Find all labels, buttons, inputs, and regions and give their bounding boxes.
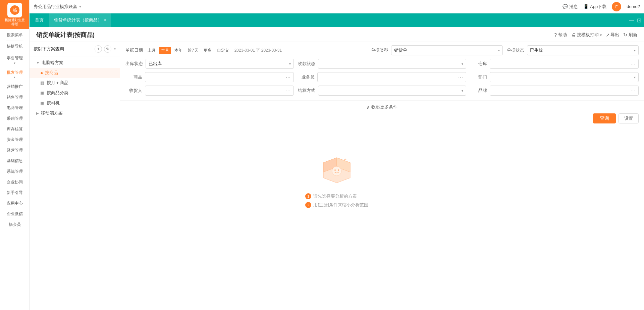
tab-minimize-icon[interactable]: — xyxy=(629,17,634,23)
goods-field: 商品 ··· xyxy=(125,72,294,82)
filter-row-3: 商品 ··· 业务员 ··· xyxy=(125,72,639,82)
period-7days[interactable]: 近7天 xyxy=(186,47,200,54)
sidebar-item-guide[interactable]: 新手引导 xyxy=(0,188,29,198)
warehouse-dots-icon: ··· xyxy=(631,61,636,66)
collect-status-label: 收款状态 xyxy=(298,61,315,67)
payment-label: 结算方式 xyxy=(298,88,315,94)
scheme-item-by-month-goods[interactable]: ▦ 按月＋商品 xyxy=(30,78,120,88)
scheme-item-by-goods[interactable]: ● 按商品 xyxy=(30,68,120,78)
help-label: 帮助 xyxy=(558,32,567,38)
logo-area[interactable]: 畅 畅捷通好生意 标版 xyxy=(0,0,29,29)
industry-selector[interactable]: 办公用品行业模拟账套 ▼ xyxy=(34,4,82,10)
page-inner: 销货单统计表(按商品) ? 帮助 🖨 按模板打印 ▾ ↗ 导出 xyxy=(30,27,644,310)
order-type-select[interactable]: 销货单 ▾ xyxy=(391,45,503,55)
sidebar-item-wechat[interactable]: 企业微信 xyxy=(0,209,29,219)
refresh-btn[interactable]: ↻ 刷新 xyxy=(623,32,637,38)
brand-dots-icon: ··· xyxy=(631,88,636,93)
logo-icon: 畅 xyxy=(7,3,22,17)
avatar: E xyxy=(612,2,621,11)
sidebar-item-marketing[interactable]: 营销推广 xyxy=(0,82,29,92)
topbar-right: 💬 消息 📱 App下载 E demo2 xyxy=(562,2,640,11)
dept-select[interactable]: ▾ xyxy=(490,72,639,82)
tab-close-icon[interactable]: × xyxy=(104,18,106,22)
tab-maximize-icon[interactable]: ⊡ xyxy=(637,17,641,23)
collapse-more-btn[interactable]: ∧ 收起更多条件 xyxy=(120,100,644,113)
scheme-edit-btn[interactable]: ✎ xyxy=(104,45,111,53)
order-status-select[interactable]: 已生效 ▾ xyxy=(527,45,639,55)
order-status-value: 已生效 xyxy=(530,47,543,53)
receiver-input[interactable]: ··· xyxy=(145,86,294,96)
sidebar-item-retail[interactable]: 零售管理 ▼ xyxy=(0,53,29,67)
empty-tip-2: 2 用[过滤]条件来缩小分析范围 xyxy=(305,202,368,208)
app-sub: 标版 xyxy=(1,22,28,26)
scheme-header-label: 按以下方案查询 xyxy=(34,46,64,52)
brand-input[interactable]: ··· xyxy=(490,86,639,96)
period-custom[interactable]: 自定义 xyxy=(215,47,231,54)
period-this-month[interactable]: 本月 xyxy=(159,47,171,54)
sidebar-item-basics[interactable]: 基础信息 xyxy=(0,156,29,166)
period-this-year[interactable]: 本年 xyxy=(172,47,184,54)
warehouse-label: 仓库 xyxy=(470,61,487,67)
goods-input[interactable]: ··· xyxy=(145,72,294,82)
item-icon-month-goods: ▦ xyxy=(40,80,45,86)
sidebar-item-enterprise[interactable]: 企业协同 xyxy=(0,177,29,188)
app-name: 畅捷通好生意 xyxy=(1,18,28,22)
tab-active[interactable]: 销货单统计表（按商品） × xyxy=(49,13,111,27)
filter-row-4: 收货人 ··· 结算方式 ▾ xyxy=(125,86,639,96)
settings-button[interactable]: 设置 xyxy=(619,113,639,123)
industry-name: 办公用品行业模拟账套 xyxy=(34,4,77,10)
sidebar-item-purchase[interactable]: 采购管理 xyxy=(0,113,29,124)
sidebar-item-finance[interactable]: 资金管理 xyxy=(0,135,29,145)
scheme-item-by-driver[interactable]: ▣ 按司机 xyxy=(30,98,120,108)
username[interactable]: demo2 xyxy=(627,4,640,9)
period-more[interactable]: 更多 xyxy=(202,47,214,54)
empty-state: ✦ · 1 请先选择要分析的方案 2 用[过滤]条件来缩小分析范围 xyxy=(30,127,644,228)
warehouse-input[interactable]: ··· xyxy=(490,59,639,69)
tab-home[interactable]: 首页 xyxy=(30,13,49,27)
date-field: 单据日期 上月 本月 本年 近7天 更多 自定义 xyxy=(125,47,367,54)
filter-row-1: 单据日期 上月 本月 本年 近7天 更多 自定义 xyxy=(125,45,639,55)
svg-point-5 xyxy=(332,166,341,176)
query-button[interactable]: 查询 xyxy=(593,113,616,123)
export-btn[interactable]: ↗ 导出 xyxy=(606,32,619,38)
sidebar-item-appcenter[interactable]: 应用中心 xyxy=(0,198,29,209)
receiver-label: 收货人 xyxy=(125,88,142,94)
sidebar-item-ecommerce[interactable]: 电商管理 xyxy=(0,103,29,113)
tip-num-2: 2 xyxy=(305,202,311,208)
print-btn[interactable]: 🖨 按模板打印 ▾ xyxy=(571,32,602,38)
period-last-month[interactable]: 上月 xyxy=(146,47,158,54)
item-label-goods: 按商品 xyxy=(45,70,58,76)
sidebar-item-member[interactable]: 畅会员 xyxy=(0,219,29,230)
staff-label: 业务员 xyxy=(298,74,315,80)
item-label-month-goods: 按月＋商品 xyxy=(47,80,68,86)
help-btn[interactable]: ? 帮助 xyxy=(554,32,567,38)
svg-text:·: · xyxy=(322,164,322,167)
help-icon: ? xyxy=(554,32,557,38)
search-menu[interactable]: 搜索菜单 xyxy=(7,29,23,40)
scheme-group-mobile-label[interactable]: ▶ 移动端方案 xyxy=(30,108,120,118)
svg-point-6 xyxy=(334,169,336,171)
tip-text-1: 请先选择要分析的方案 xyxy=(313,193,357,199)
out-status-select[interactable]: 已出库 ▾ xyxy=(146,59,294,69)
app-download-btn[interactable]: 📱 App下载 xyxy=(583,4,606,10)
scheme-group-pc-label[interactable]: ▼ 电脑端方案 xyxy=(30,58,120,68)
scheme-item-by-category[interactable]: ▣ 按商品分类 xyxy=(30,88,120,98)
page-content: 销货单统计表(按商品) ? 帮助 🖨 按模板打印 ▾ ↗ 导出 xyxy=(30,27,644,310)
sidebar-item-system[interactable]: 系统管理 xyxy=(0,166,29,177)
scheme-collapse-btn[interactable]: « xyxy=(113,47,116,51)
staff-dots-icon: ··· xyxy=(458,74,463,80)
sidebar-item-wholesale[interactable]: 批发管理 ▲ xyxy=(0,67,29,82)
message-btn[interactable]: 💬 消息 xyxy=(562,4,578,10)
staff-field: 业务员 ··· xyxy=(298,72,466,82)
quick-nav[interactable]: 快捷导航 xyxy=(7,42,23,51)
nav-divider-2 xyxy=(6,52,23,52)
sidebar-item-operations[interactable]: 经营管理 xyxy=(0,145,29,156)
scheme-header: 按以下方案查询 + ✎ « xyxy=(30,42,120,56)
payment-select[interactable]: ▾ xyxy=(318,86,466,96)
staff-input[interactable]: ··· xyxy=(317,72,466,82)
out-status-label: 出库状态 xyxy=(125,61,143,67)
sidebar-item-sales[interactable]: 销售管理 xyxy=(0,92,29,103)
sidebar-item-inventory[interactable]: 库存核算 xyxy=(0,124,29,135)
scheme-add-btn[interactable]: + xyxy=(95,45,102,53)
collect-status-select[interactable]: ▾ xyxy=(318,59,466,69)
